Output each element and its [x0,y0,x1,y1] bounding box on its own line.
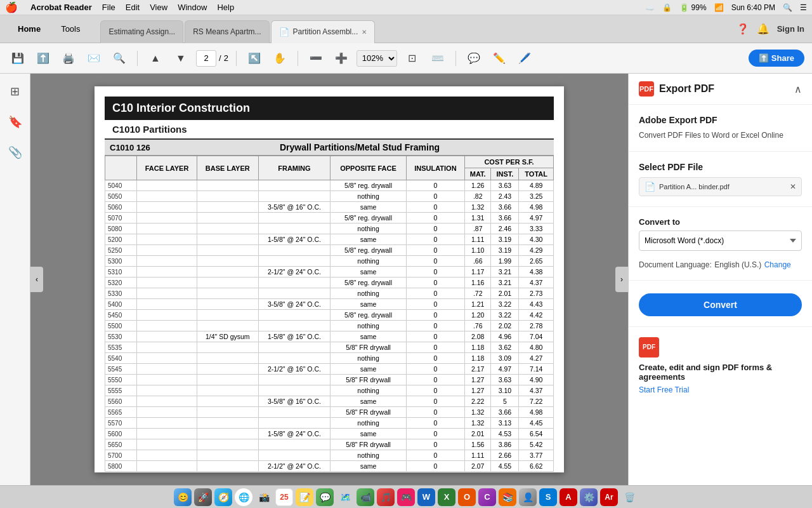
app-name[interactable]: Acrobat Reader [30,3,92,12]
attachments-icon[interactable]: 📎 [5,142,25,163]
dock-messages[interactable]: 💬 [316,488,334,506]
select-tool-button[interactable]: ↖️ [244,48,265,69]
dock-safari[interactable]: 🧭 [214,488,232,506]
annotate-button[interactable]: 🖊️ [514,48,535,69]
dock-itunes[interactable]: 🎮 [397,488,415,506]
convert-to-select[interactable]: Microsoft Word (*.docx) Microsoft Excel … [639,231,802,251]
menu-view[interactable]: View [150,3,167,12]
table-row: 5700 nothing 0 1.11 2.66 3.77 [105,450,554,461]
pen-button[interactable]: ✏️ [489,48,509,69]
table-row: 5650 5/8" FR drywall 0 1.56 3.86 5.42 [105,439,554,450]
search-icon[interactable]: 🔍 [783,3,792,12]
cell-base [197,375,259,385]
cell-face [137,396,197,407]
start-trial-link[interactable]: Start Free Trial [639,385,802,394]
cell-opposite: 5/8" reg. drywall [331,310,406,321]
page-total: 2 [224,53,228,63]
dock-facetime[interactable]: 📹 [357,488,374,506]
dock-capture[interactable]: C [478,488,496,506]
cell-inst: 3.62 [491,342,519,353]
table-row: 5040 5/8" reg. drywall 0 1.26 3.63 4.89 [105,180,554,191]
cell-total: 4.90 [519,375,554,385]
print-button[interactable]: 🖨️ [58,48,79,69]
pdf-viewer-area[interactable]: ‹ › C10 Interior Construction C1010 Part… [30,74,628,485]
dock-launchpad[interactable]: 🚀 [194,488,212,506]
dock-maps[interactable]: 🗺️ [336,488,354,506]
collapse-left-btn[interactable]: ‹ [30,267,43,292]
tab-partition[interactable]: 📄 Partition Assembl... ✕ [271,20,376,43]
share-button[interactable]: ⬆️ Share [749,50,804,67]
apple-menu[interactable]: 🍎 [5,1,18,13]
cell-total: 2.78 [519,321,554,331]
dock-music[interactable]: 🎵 [377,488,395,506]
tab-tools[interactable]: Tools [51,19,90,39]
notification-icon[interactable]: 🔔 [757,23,769,35]
cell-opposite: nothing [331,288,406,299]
search-button[interactable]: 🔍 [109,48,129,69]
dock-trash[interactable]: 🗑️ [620,488,638,506]
fit-page-button[interactable]: ⊡ [402,48,422,69]
tab-rsmeans[interactable]: RS Means Apartm... [185,20,269,43]
cell-face [137,385,197,396]
bookmarks-icon[interactable]: 🔖 [5,112,25,132]
dock-word[interactable]: W [417,488,435,506]
dock-skype[interactable]: S [539,488,557,506]
dock-finder[interactable]: 😊 [174,488,192,506]
sign-in-button[interactable]: Sign In [777,24,804,34]
dock-contacts[interactable]: 👤 [519,488,537,506]
collapse-right-btn[interactable]: › [615,267,628,292]
cell-mat: 1.27 [465,385,491,396]
dock-chrome[interactable]: 🌐 [235,488,252,506]
dock-outlook[interactable]: O [458,488,476,506]
dock-excel[interactable]: X [438,488,455,506]
share-icon: ⬆️ [759,53,769,63]
cell-framing [258,342,331,353]
menu-help[interactable]: Help [217,3,234,12]
cell-inst: 3.63 [491,375,519,385]
menu-edit[interactable]: Edit [126,3,140,12]
tab-estimating[interactable]: Estimating Assign... [100,20,183,43]
dock-books[interactable]: 📚 [499,488,516,506]
cell-mat: .82 [465,191,491,202]
dock-acrobat[interactable]: Ar [600,488,618,506]
dock-notes[interactable]: 📝 [296,488,313,506]
cell-id: 5530 [105,331,137,342]
dock-photos[interactable]: 📸 [255,488,273,506]
save-button[interactable]: 💾 [8,48,28,69]
cell-framing [258,288,331,299]
zoom-out-button[interactable]: ➖ [306,48,326,69]
col-face-layer: FACE LAYER [137,156,197,180]
help-icon[interactable]: ❓ [737,23,749,35]
cell-id: 5565 [105,407,137,418]
hand-tool-button[interactable]: ✋ [270,48,290,69]
prev-page-button[interactable]: ▲ [145,48,166,69]
zoom-in-button[interactable]: ➕ [331,48,351,69]
menu-file[interactable]: File [102,3,115,12]
zoom-select[interactable]: 102% 75% 100% 125% 150% [357,50,397,67]
dock-system-prefs[interactable]: ⚙️ [580,488,598,506]
tab-close-btn[interactable]: ✕ [362,29,367,36]
dock-calendar[interactable]: 25 [275,488,293,506]
comment-button[interactable]: 💬 [464,48,484,69]
cell-total: 7.22 [519,396,554,407]
cell-id: 5450 [105,310,137,321]
change-language-link[interactable]: Change [764,260,791,269]
next-page-button[interactable]: ▼ [171,48,191,69]
tab-home[interactable]: Home [8,19,51,39]
cell-mat: 1.21 [465,299,491,310]
cell-framing [258,256,331,267]
page-number-input[interactable]: 2 [196,50,216,67]
cell-mat: 1.10 [465,245,491,256]
thumbnails-icon[interactable]: ⊞ [5,81,25,102]
email-button[interactable]: ✉️ [84,48,104,69]
collapse-panel-btn[interactable]: ∧ [794,83,802,95]
convert-button[interactable]: Convert [639,293,802,316]
control-icon[interactable]: ☰ [800,3,807,12]
file-chip-remove-btn[interactable]: ✕ [790,182,796,191]
upload-button[interactable]: ⬆️ [33,48,53,69]
cell-id: 5545 [105,364,137,375]
dock-autocad[interactable]: A [560,488,577,506]
keyboard-button[interactable]: ⌨️ [428,48,448,69]
menu-window[interactable]: Window [178,3,207,12]
table-row: 5555 nothing 0 1.27 3.10 4.37 [105,385,554,396]
